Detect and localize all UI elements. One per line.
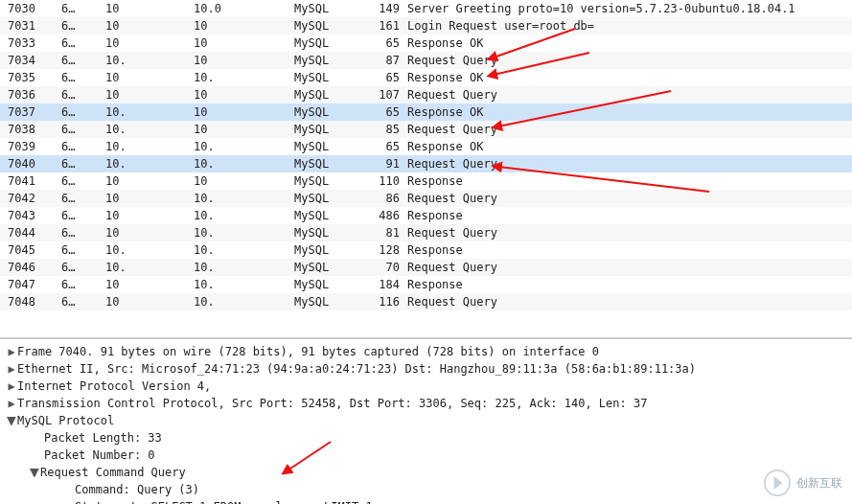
packet-cell: Response OK [407,69,852,86]
packet-cell: 7037 [0,103,61,121]
packet-cell: MySQL [294,207,361,224]
packet-cell: 7038 [0,121,61,138]
packet-cell: 7034 [0,52,61,69]
logo-icon [764,470,791,496]
packet-cell: Server Greeting proto=10 version=5.7.23-… [407,0,852,17]
packet-cell: 107 [361,86,407,103]
packet-cell: 7046 [0,259,61,276]
packet-cell: 6… [61,17,105,34]
packet-cell: 10 [105,172,194,190]
packet-cell: MySQL [294,103,361,121]
packet-list[interactable]: 70306…1010.0MySQL149Server Greeting prot… [0,0,852,337]
packet-cell: Response OK [407,138,852,155]
packet-row[interactable]: 70486…1010.MySQL116Request Query [0,293,852,310]
packet-cell: 10. [105,121,194,138]
packet-cell: MySQL [294,276,361,293]
packet-cell: 184 [361,276,407,293]
packet-cell: 7044 [0,224,61,241]
packet-cell: 7030 [0,0,61,17]
packet-cell: MySQL [294,69,361,86]
packet-row[interactable]: 70446…1010.MySQL81Request Query [0,224,852,241]
packet-cell: MySQL [294,259,361,276]
tree-node-frame[interactable]: ▶ Frame 7040. 91 bytes on wire (728 bits… [6,343,846,360]
packet-cell: Request Query [407,293,852,310]
packet-row[interactable]: 70456…10.10.MySQL128Response [0,241,852,259]
packet-cell: 6… [61,276,105,293]
packet-cell: 7048 [0,293,61,310]
packet-cell: MySQL [294,138,361,155]
packet-cell: 6… [61,241,105,259]
tree-node-tcp[interactable]: ▶ Transmission Control Protocol, Src Por… [6,395,846,412]
packet-cell: 10. [194,138,294,155]
packet-cell: 6… [61,34,105,52]
packet-cell: 10. [194,241,294,259]
packet-cell: 6… [61,103,105,121]
packet-cell: Request Query [407,259,852,276]
packet-row[interactable]: 70346…10.10MySQL87Request Query [0,52,852,69]
chevron-right-icon[interactable]: ▶ [6,360,17,378]
packet-cell: 10. [194,259,294,276]
packet-row[interactable]: 70396…10.10.MySQL65Response OK [0,138,852,155]
chevron-right-icon[interactable]: ▶ [6,395,17,412]
packet-row[interactable]: 70366…1010MySQL107Request Query [0,86,852,103]
packet-cell: 161 [361,17,407,34]
chevron-down-icon[interactable]: ⯆ [29,464,40,481]
packet-cell: 85 [361,121,407,138]
packet-row[interactable]: 70436…1010.MySQL486Response [0,207,852,224]
packet-cell: 70 [361,259,407,276]
packet-cell: 7035 [0,69,61,86]
chevron-down-icon[interactable]: ⯆ [6,412,17,429]
tree-node-ethernet[interactable]: ▶ Ethernet II, Src: Microsof_24:71:23 (9… [6,360,846,378]
packet-cell: 7045 [0,241,61,259]
packet-cell: 6… [61,138,105,155]
packet-cell: 7043 [0,207,61,224]
packet-cell: 7039 [0,138,61,155]
packet-cell: 65 [361,69,407,86]
packet-row[interactable]: 70306…1010.0MySQL149Server Greeting prot… [0,0,852,17]
packet-row[interactable]: 70356…1010.MySQL65Response OK [0,69,852,86]
packet-row[interactable]: 70466…10.10.MySQL70Request Query [0,259,852,276]
packet-row[interactable]: 70386…10.10MySQL85Request Query [0,121,852,138]
packet-row[interactable]: 70316…1010MySQL161Login Request user=roo… [0,17,852,34]
tree-node-request-command-query[interactable]: ⯆ Request Command Query [6,464,846,481]
packet-cell: 10 [194,86,294,103]
packet-cell: 65 [361,34,407,52]
packet-cell: 116 [361,293,407,310]
packet-cell: 110 [361,172,407,190]
packet-cell: Request Query [407,224,852,241]
packet-cell: 10 [194,103,294,121]
packet-row[interactable]: 70416…1010MySQL110Response [0,172,852,190]
packet-cell: 10.0 [194,0,294,17]
packet-cell: 10 [105,276,194,293]
packet-cell: Response [407,172,852,190]
packet-cell: 6… [61,207,105,224]
chevron-right-icon[interactable]: ▶ [6,343,17,360]
packet-cell: 10. [194,190,294,207]
packet-cell: MySQL [294,0,361,17]
packet-cell: 486 [361,207,407,224]
ip-summary: Internet Protocol Version 4, [17,378,211,395]
chevron-right-icon[interactable]: ▶ [6,378,17,395]
packet-cell: 10. [105,138,194,155]
ethernet-summary: Ethernet II, Src: Microsof_24:71:23 (94:… [17,360,696,378]
packet-cell: MySQL [294,17,361,34]
tcp-summary: Transmission Control Protocol, Src Port:… [17,395,647,412]
mysql-command: Command: Query (3) [6,481,846,498]
tree-node-ip[interactable]: ▶ Internet Protocol Version 4, [6,378,846,395]
packet-cell: 7047 [0,276,61,293]
packet-cell: 10 [105,224,194,241]
tree-node-mysql[interactable]: ⯆ MySQL Protocol [6,412,846,429]
packet-row[interactable]: 70376…10.10MySQL65Response OK [0,103,852,121]
packet-cell: Response OK [407,103,852,121]
packet-cell: 65 [361,103,407,121]
packet-row[interactable]: 70336…1010MySQL65Response OK [0,34,852,52]
packet-row[interactable]: 70476…1010.MySQL184Response [0,276,852,293]
packet-cell: Response [407,241,852,259]
packet-row[interactable]: 70426…1010.MySQL86Request Query [0,190,852,207]
packet-cell: 10 [105,17,194,34]
mysql-packet-length: Packet Length: 33 [6,429,846,447]
packet-cell: 10. [194,276,294,293]
packet-cell: 10 [105,293,194,310]
packet-row[interactable]: 70406…10.10.MySQL91Request Query [0,155,852,172]
packet-cell: 6… [61,224,105,241]
